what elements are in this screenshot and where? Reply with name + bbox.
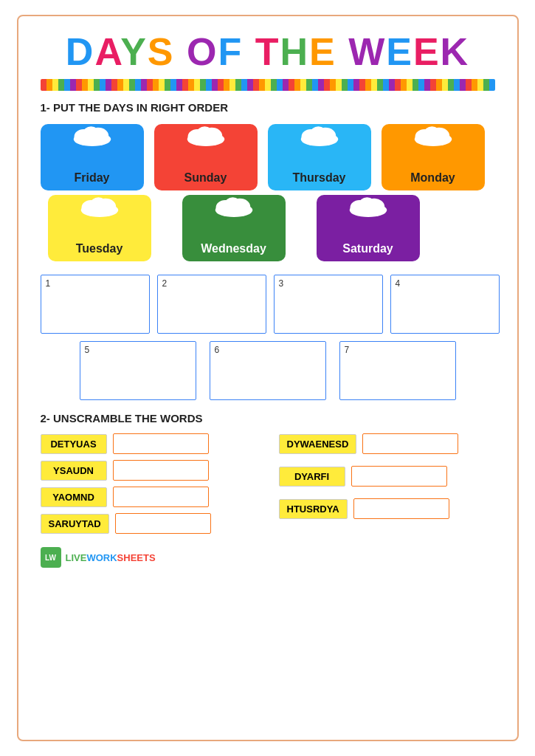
section1-title: 1- PUT THE DAYS IN RIGHT ORDER <box>41 101 495 114</box>
page-title: DAYS OF THE WEEK <box>41 31 495 73</box>
answer-htusrdya[interactable] <box>353 498 449 519</box>
cloud-icon <box>404 124 463 146</box>
footer: LW LIVEWORKSHEETS <box>41 547 495 568</box>
svg-point-15 <box>424 126 440 140</box>
box-num-3: 3 <box>279 278 284 289</box>
order-section: 1 2 3 4 5 6 7 <box>41 275 495 400</box>
scrambled-yaomnd: YAOMND <box>41 487 107 507</box>
scrambled-dyarfi: DYARFI <box>279 467 345 487</box>
box-num-4: 4 <box>396 278 401 289</box>
unscramble-row-ysaudn: YSAUDN <box>41 460 257 481</box>
unscramble-col-right: DYWAENESD DYARFI HTUSRDYA <box>279 433 495 534</box>
answer-dyarfi[interactable] <box>351 466 447 487</box>
answer-yaomnd[interactable] <box>113 487 209 507</box>
day-card-sunday: Sunday <box>154 124 258 190</box>
liveworksheets-logo: LW <box>41 547 61 568</box>
unscramble-grid: DETYUAS YSAUDN YAOMND SARUYTAD DYWAENESD <box>41 433 495 534</box>
cloud-icon <box>63 124 122 146</box>
page: DAYS OF THE WEEK 1- PUT THE DAYS IN RIGH… <box>17 15 519 741</box>
day-label-tuesday: Tuesday <box>76 242 123 255</box>
order-box-3[interactable]: 3 <box>274 275 383 334</box>
svg-point-7 <box>196 126 213 140</box>
box-num-7: 7 <box>345 345 350 355</box>
scrambled-ysaudn: YSAUDN <box>41 461 107 481</box>
day-card-thursday: Thursday <box>268 124 371 190</box>
box-num-2: 2 <box>162 278 168 289</box>
day-label-thursday: Thursday <box>292 171 345 185</box>
day-label-wednesday: Wednesday <box>201 242 266 255</box>
day-label-friday: Friday <box>74 171 109 185</box>
day-card-friday: Friday <box>41 124 144 190</box>
section2-title: 2- UNSCRAMBLE THE WORDS <box>41 412 495 425</box>
order-row1: 1 2 3 4 <box>41 275 495 334</box>
day-card-tuesday: Tuesday <box>48 195 151 261</box>
unscramble-row-dyarfi: DYARFI <box>279 466 495 487</box>
cloud-icon <box>339 195 398 217</box>
svg-point-11 <box>310 126 326 140</box>
scrambled-htusrdya: HTUSRDYA <box>279 499 348 519</box>
day-cards-row1: Friday Sunday Thursday <box>41 124 495 190</box>
footer-brand: LIVEWORKSHEETS <box>66 552 156 563</box>
unscramble-row-htusrdya: HTUSRDYA <box>279 498 495 519</box>
scrambled-dywaenesd: DYWAENESD <box>279 434 357 454</box>
day-label-saturday: Saturday <box>342 242 393 255</box>
day-cards-row2: Tuesday Wednesday Saturday <box>48 195 495 261</box>
order-box-7[interactable]: 7 <box>339 341 456 400</box>
answer-ysaudn[interactable] <box>113 460 209 481</box>
order-box-4[interactable]: 4 <box>390 275 500 334</box>
svg-point-27 <box>359 197 375 211</box>
day-card-wednesday: Wednesday <box>182 195 286 261</box>
cloud-icon <box>290 124 349 146</box>
order-row2: 5 6 7 <box>41 341 495 400</box>
day-card-monday: Monday <box>382 124 485 190</box>
svg-point-23 <box>224 197 241 211</box>
scrambled-detyuas: DETYUAS <box>41 434 107 454</box>
day-card-saturday: Saturday <box>317 195 420 261</box>
box-num-1: 1 <box>46 278 51 289</box>
unscramble-row-dywaenesd: DYWAENESD <box>279 433 495 454</box>
answer-detyuas[interactable] <box>113 433 209 454</box>
scrambled-saruytad: SARUYTAD <box>41 514 109 534</box>
svg-point-3 <box>83 126 99 140</box>
order-box-2[interactable]: 2 <box>157 275 266 334</box>
unscramble-row-detyuas: DETYUAS <box>41 433 257 454</box>
cloud-icon <box>176 124 235 146</box>
order-box-6[interactable]: 6 <box>210 341 326 400</box>
cloud-icon <box>70 195 129 217</box>
unscramble-col-left: DETYUAS YSAUDN YAOMND SARUYTAD <box>41 433 257 534</box>
cloud-icon <box>204 195 263 217</box>
decorative-banner <box>41 79 495 91</box>
unscramble-row-yaomnd: YAOMND <box>41 487 257 507</box>
day-label-sunday: Sunday <box>184 171 227 185</box>
answer-saruytad[interactable] <box>115 513 211 534</box>
order-box-5[interactable]: 5 <box>80 341 196 400</box>
order-box-1[interactable]: 1 <box>41 275 150 334</box>
answer-dywaenesd[interactable] <box>362 433 458 454</box>
day-label-monday: Monday <box>410 171 455 185</box>
box-num-5: 5 <box>85 345 90 355</box>
svg-point-19 <box>90 197 106 211</box>
unscramble-row-saruytad: SARUYTAD <box>41 513 257 534</box>
box-num-6: 6 <box>215 345 220 355</box>
